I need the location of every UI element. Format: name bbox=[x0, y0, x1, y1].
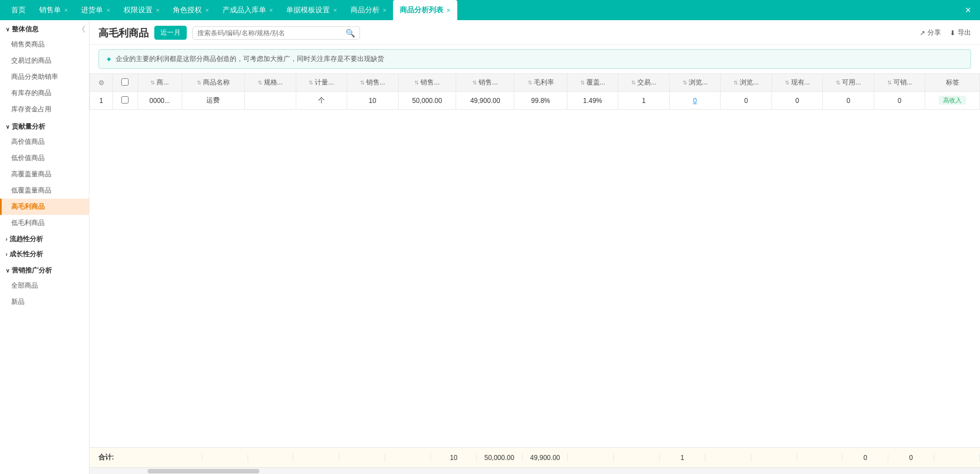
sidebar-item-销售类商品[interactable]: 销售类商品 bbox=[0, 36, 89, 53]
col-label-browse2: 浏览... bbox=[740, 78, 759, 87]
col-header-saleable[interactable]: ⇅可销... bbox=[874, 74, 925, 92]
col-header-unit[interactable]: ⇅计量... bbox=[296, 74, 347, 92]
col-header-settings: ⚙ bbox=[90, 74, 113, 92]
nav-item-进货单[interactable]: 进货单× bbox=[74, 0, 116, 20]
nav-item-权限设置[interactable]: 权限设置× bbox=[117, 0, 166, 20]
sidebar-group-成长性分析[interactable]: ›成长性分析 bbox=[0, 246, 89, 261]
col-header-browse2[interactable]: ⇅浏览... bbox=[721, 74, 772, 92]
close-all-tabs[interactable]: × bbox=[960, 4, 976, 16]
data-table-container: ⚙⇅商...⇅商品名称⇅规格...⇅计量...⇅销售...⇅销售...⇅销售..… bbox=[89, 73, 980, 447]
export-button[interactable]: ⬇ 导出 bbox=[950, 28, 971, 37]
sort-icon: ⇅ bbox=[309, 79, 313, 86]
horizontal-scrollbar[interactable] bbox=[89, 467, 980, 474]
export-icon: ⬇ bbox=[950, 29, 955, 37]
col-label-tag: 标签 bbox=[946, 78, 959, 87]
close-tab-icon[interactable]: × bbox=[383, 7, 386, 13]
nav-item-商品分析列表[interactable]: 商品分析列表× bbox=[393, 0, 457, 20]
footer-totals: 合计: 1050,000.0049,900.00100 bbox=[89, 447, 980, 467]
sidebar-item-高覆盖量商品[interactable]: 高覆盖量商品 bbox=[0, 166, 89, 182]
sidebar-item-全部商品[interactable]: 全部商品 bbox=[0, 278, 89, 294]
close-tab-icon[interactable]: × bbox=[64, 7, 68, 13]
col-header-current_stock[interactable]: ⇅现有... bbox=[771, 74, 823, 92]
col-label-trade: 交易... bbox=[637, 78, 656, 87]
group-label: 流趋性分析 bbox=[10, 234, 43, 244]
sidebar-group-贡献量分析[interactable]: ∨贡献量分析 bbox=[0, 118, 89, 134]
col-header-sales_amount[interactable]: ⇅销售... bbox=[398, 74, 456, 92]
sidebar-item-商品分类助销率[interactable]: 商品分类助销率 bbox=[0, 69, 89, 85]
sidebar-item-低毛利商品[interactable]: 低毛利商品 bbox=[0, 215, 89, 231]
data-table: ⚙⇅商...⇅商品名称⇅规格...⇅计量...⇅销售...⇅销售...⇅销售..… bbox=[89, 73, 980, 110]
footer-cell-available: 0 bbox=[842, 454, 888, 462]
sort-icon: ⇅ bbox=[785, 79, 789, 86]
col-label-saleable: 可销... bbox=[893, 78, 912, 87]
sidebar-group-流趋性分析[interactable]: ›流趋性分析 bbox=[0, 231, 89, 246]
footer-cell-empty6 bbox=[385, 454, 431, 462]
row-checkbox[interactable] bbox=[121, 96, 129, 104]
sort-icon: ⇅ bbox=[836, 79, 840, 86]
cell-gross_margin: 99.8% bbox=[514, 92, 567, 110]
scroll-thumb[interactable] bbox=[148, 469, 259, 473]
cell-tag: 高收入 bbox=[925, 92, 980, 110]
sort-icon: ⇅ bbox=[528, 79, 532, 86]
sort-icon: ⇅ bbox=[683, 79, 687, 86]
close-tab-icon[interactable]: × bbox=[333, 7, 337, 13]
col-header-available[interactable]: ⇅可用... bbox=[823, 74, 874, 92]
settings-icon[interactable]: ⚙ bbox=[98, 79, 105, 87]
nav-item-单据模板设置[interactable]: 单据模板设置× bbox=[280, 0, 343, 20]
footer-cell-empty10 bbox=[751, 454, 797, 462]
share-button[interactable]: ↗ 分享 bbox=[920, 28, 941, 37]
sidebar-group-整体信息[interactable]: ∨整体信息 bbox=[0, 20, 89, 36]
close-tab-icon[interactable]: × bbox=[156, 7, 159, 13]
group-arrow-icon: ∨ bbox=[6, 124, 10, 130]
sidebar-item-低覆盖量商品[interactable]: 低覆盖量商品 bbox=[0, 182, 89, 199]
sidebar-collapse-btn[interactable]: 《 bbox=[78, 25, 86, 35]
period-button[interactable]: 近一月 bbox=[154, 26, 187, 40]
browse-link[interactable]: 0 bbox=[693, 97, 697, 105]
col-header-spec[interactable]: ⇅规格... bbox=[244, 74, 296, 92]
col-label-available: 可用... bbox=[842, 78, 861, 87]
cell-unit: 个 bbox=[296, 92, 347, 110]
close-tab-icon[interactable]: × bbox=[269, 7, 273, 13]
close-tab-icon[interactable]: × bbox=[447, 7, 450, 13]
sidebar-item-高价值商品[interactable]: 高价值商品 bbox=[0, 134, 89, 150]
share-icon: ↗ bbox=[920, 29, 925, 37]
group-arrow-icon: ∨ bbox=[6, 267, 10, 274]
sort-icon: ⇅ bbox=[150, 79, 155, 86]
group-arrow-icon: › bbox=[6, 236, 7, 242]
sort-icon: ⇅ bbox=[197, 79, 201, 86]
nav-item-角色授权[interactable]: 角色授权× bbox=[166, 0, 215, 20]
nav-item-销售单[interactable]: 销售单× bbox=[32, 0, 74, 20]
group-label: 成长性分析 bbox=[10, 250, 43, 259]
nav-item-商品分析[interactable]: 商品分析× bbox=[344, 0, 393, 20]
col-header-trade[interactable]: ⇅交易... bbox=[618, 74, 670, 92]
search-input[interactable] bbox=[197, 29, 345, 37]
sidebar-item-新品[interactable]: 新品 bbox=[0, 294, 89, 310]
sidebar-item-高毛利商品[interactable]: 高毛利商品 bbox=[0, 199, 89, 215]
col-header-code[interactable]: ⇅商... bbox=[138, 74, 182, 92]
nav-item-首页[interactable]: 首页 bbox=[4, 0, 32, 20]
col-header-sales_cost[interactable]: ⇅销售... bbox=[456, 74, 514, 92]
sidebar-item-库存资金占用[interactable]: 库存资金占用 bbox=[0, 101, 89, 118]
sidebar-item-交易过的商品[interactable]: 交易过的商品 bbox=[0, 53, 89, 69]
sidebar-group-营销推广分析[interactable]: ∨营销推广分析 bbox=[0, 261, 89, 278]
close-tab-icon[interactable]: × bbox=[205, 7, 209, 13]
sidebar-item-有库存的商品[interactable]: 有库存的商品 bbox=[0, 85, 89, 101]
total-cells: 1050,000.0049,900.00100 bbox=[157, 454, 980, 462]
group-label: 整体信息 bbox=[12, 25, 39, 34]
col-header-coverage[interactable]: ⇅覆盖... bbox=[567, 74, 618, 92]
sidebar-item-低价值商品[interactable]: 低价值商品 bbox=[0, 150, 89, 166]
close-tab-icon[interactable]: × bbox=[106, 7, 110, 13]
sort-icon: ⇅ bbox=[733, 79, 738, 86]
tag-badge: 高收入 bbox=[939, 96, 966, 105]
col-header-checkbox bbox=[113, 74, 138, 92]
col-header-gross_margin[interactable]: ⇅毛利率 bbox=[514, 74, 567, 92]
col-header-sales_qty[interactable]: ⇅销售... bbox=[347, 74, 399, 92]
footer-cell-empty9 bbox=[706, 454, 751, 462]
col-header-name[interactable]: ⇅商品名称 bbox=[182, 74, 244, 92]
nav-item-产成品入库单[interactable]: 产成品入库单× bbox=[216, 0, 280, 20]
select-all-checkbox[interactable] bbox=[121, 78, 129, 86]
sort-icon: ⇅ bbox=[360, 79, 364, 86]
search-icon[interactable]: 🔍 bbox=[345, 29, 355, 37]
col-header-browse1[interactable]: ⇅浏览... bbox=[669, 74, 721, 92]
search-box: 🔍 bbox=[192, 26, 360, 40]
